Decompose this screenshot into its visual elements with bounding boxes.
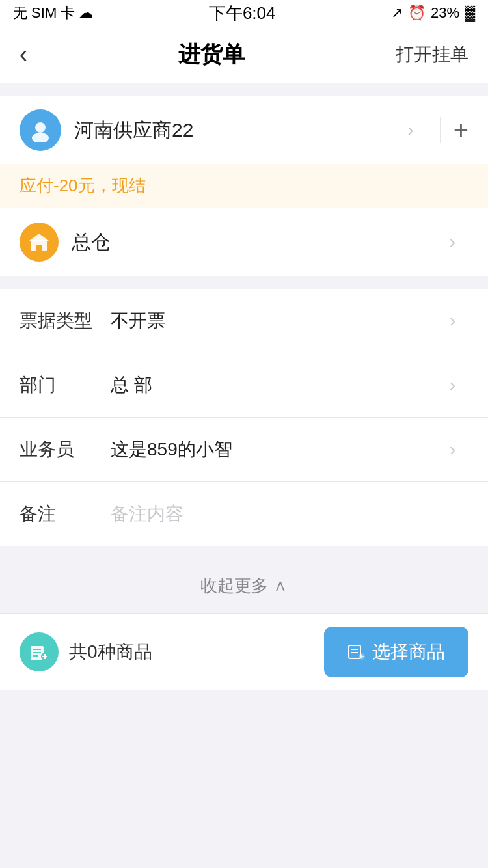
status-left: 无 SIM 卡 ☁	[13, 3, 93, 23]
department-label: 部门	[20, 373, 98, 398]
form-section: 票据类型 不开票 › 部门 总 部 › 业务员 这是859的小智 › 备注 备注…	[0, 289, 488, 546]
invoice-type-row[interactable]: 票据类型 不开票 ›	[0, 289, 488, 353]
svg-point-1	[32, 133, 49, 142]
notice-bar: 应付-20元，现结	[0, 164, 488, 208]
product-count-section: 共0种商品	[20, 632, 152, 671]
supplier-divider	[440, 117, 441, 143]
remark-row[interactable]: 备注 备注内容	[0, 482, 488, 546]
empty-area	[0, 690, 488, 868]
back-button[interactable]: ‹	[20, 41, 27, 68]
status-bar: 无 SIM 卡 ☁ 下午6:04 ↗ ⏰ 23% ▓	[0, 0, 488, 26]
bottom-bar: 共0种商品 选择商品	[0, 613, 488, 690]
department-value: 总 部	[98, 373, 450, 398]
nav-bar: ‹ 进货单 打开挂单	[0, 26, 488, 83]
signal-text: 无 SIM 卡 ☁	[13, 3, 93, 23]
supplier-chevron-icon: ›	[407, 120, 413, 141]
product-count-text: 共0种商品	[69, 640, 152, 664]
svg-point-0	[35, 122, 46, 133]
battery-text: 23%	[431, 5, 459, 21]
remark-placeholder: 备注内容	[98, 502, 468, 526]
invoice-type-label: 票据类型	[20, 308, 98, 333]
warehouse-name: 总仓	[72, 229, 450, 256]
sales-rep-chevron-icon: ›	[450, 439, 455, 460]
alarm-icon: ⏰	[408, 5, 426, 21]
sales-rep-value: 这是859的小智	[98, 437, 450, 462]
open-pending-button[interactable]: 打开挂单	[396, 42, 468, 67]
status-time: 下午6:04	[209, 2, 276, 25]
page-title: 进货单	[178, 40, 245, 70]
sales-rep-label: 业务员	[20, 437, 98, 462]
department-chevron-icon: ›	[450, 375, 455, 396]
add-supplier-button[interactable]: +	[454, 116, 468, 145]
svg-marker-3	[29, 234, 49, 241]
select-product-label: 选择商品	[372, 640, 445, 664]
status-right: ↗ ⏰ 23% ▓	[391, 5, 475, 21]
supplier-row[interactable]: 河南供应商22 › +	[0, 96, 488, 164]
sales-rep-row[interactable]: 业务员 这是859的小智 ›	[0, 418, 488, 482]
product-count-icon	[20, 632, 59, 671]
battery-icon: ▓	[465, 5, 475, 21]
location-icon: ↗	[391, 5, 403, 21]
supplier-avatar	[20, 109, 61, 151]
warehouse-row[interactable]: 总仓 ›	[0, 208, 488, 276]
remark-label: 备注	[20, 502, 98, 526]
collapse-button[interactable]: 收起更多 ∧	[0, 559, 488, 613]
department-row[interactable]: 部门 总 部 ›	[0, 353, 488, 418]
select-product-button[interactable]: 选择商品	[324, 627, 468, 677]
warehouse-chevron-icon: ›	[450, 232, 455, 252]
supplier-name: 河南供应商22	[74, 117, 407, 144]
svg-rect-4	[36, 245, 42, 251]
warehouse-icon	[20, 223, 59, 262]
section-gap-1	[0, 83, 488, 96]
supplier-card: 河南供应商22 › + 应付-20元，现结	[0, 96, 488, 208]
invoice-type-chevron-icon: ›	[450, 310, 455, 331]
invoice-type-value: 不开票	[98, 308, 450, 333]
